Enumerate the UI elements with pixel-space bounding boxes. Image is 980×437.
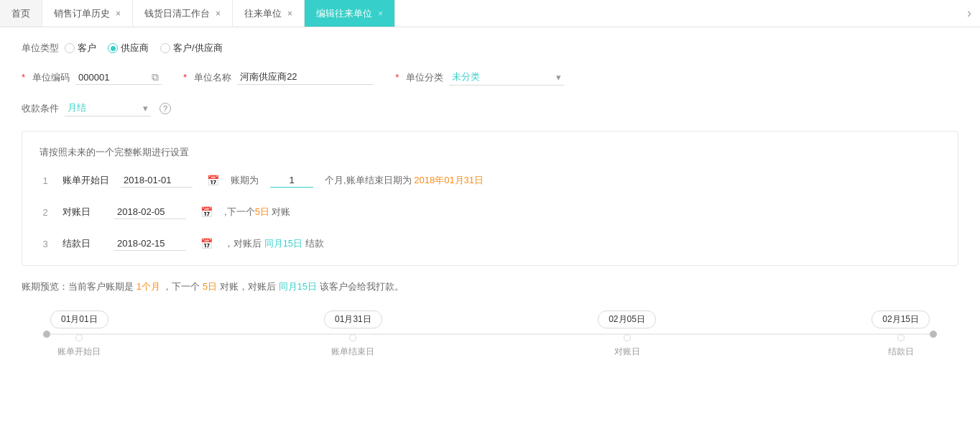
timeline-points: 01月01日 账单开始日 01月31日 账单结束日 bbox=[50, 310, 930, 358]
timeline-point-3: 02月05日 对账日 bbox=[598, 310, 656, 358]
tl-badge-2: 01月31日 bbox=[324, 310, 382, 328]
period-label-1: 账单开始日 bbox=[63, 174, 109, 187]
period-desc-3: ，对账后 同月15日 结款 bbox=[224, 237, 324, 250]
tab-home[interactable]: 首页 bbox=[0, 0, 42, 27]
tab-cash-work[interactable]: 钱货日清工作台 × bbox=[133, 0, 233, 27]
tl-badge-3: 02月05日 bbox=[598, 310, 656, 328]
dropdown-arrow-icon: ▾ bbox=[556, 72, 561, 83]
unit-name-input[interactable] bbox=[237, 70, 374, 85]
preview-part1: 1个月 bbox=[137, 281, 160, 292]
unit-type-radio-group: 客户 供应商 客户/供应商 bbox=[65, 42, 223, 55]
tl-label-2: 账单结束日 bbox=[331, 346, 374, 358]
preview-suffix2: 该客户会给我打款。 bbox=[320, 281, 404, 292]
period-row-3: 3 结款日 📅 ，对账后 同月15日 结款 bbox=[40, 236, 940, 251]
radio-label-both: 客户/供应商 bbox=[173, 42, 223, 55]
period-settings-box: 请按照未来的一个完整帐期进行设置 1 账单开始日 📅 账期为 个月,账单结束日期… bbox=[22, 131, 958, 266]
tab-more-button[interactable]: › bbox=[958, 0, 980, 27]
period-num-1: 1 bbox=[40, 175, 51, 186]
unit-code-input-wrapper: ⧉ bbox=[75, 70, 162, 85]
radio-circle-supplier bbox=[108, 43, 118, 53]
period-num-2: 2 bbox=[40, 207, 51, 218]
unit-code-field: * 单位编码 ⧉ bbox=[22, 70, 162, 85]
period-box-title: 请按照未来的一个完整帐期进行设置 bbox=[40, 146, 940, 159]
payment-date-calendar-icon[interactable]: 📅 bbox=[200, 238, 213, 249]
preview-part2: 5日 bbox=[203, 281, 217, 292]
tl-dot-4 bbox=[897, 334, 905, 341]
preview-sep1: ，下一个 bbox=[162, 281, 200, 292]
preview-section: 账期预览：当前客户账期是 1个月 ，下一个 5日 对账，对账后 同月15日 该客… bbox=[22, 280, 958, 293]
period-row-2: 2 对账日 📅 ,下一个5日 对账 bbox=[40, 205, 940, 219]
radio-both[interactable]: 客户/供应商 bbox=[160, 42, 223, 55]
unit-category-value: 未分类 bbox=[452, 70, 552, 83]
radio-label-customer: 客户 bbox=[78, 42, 96, 55]
close-tab-partner[interactable]: × bbox=[287, 9, 292, 19]
unit-category-label: 单位分类 bbox=[406, 71, 443, 84]
unit-category-required: * bbox=[395, 72, 399, 83]
period-num-3: 3 bbox=[40, 239, 51, 249]
preview-sep2: 对账，对账后 bbox=[220, 281, 276, 292]
timeline-left-dot bbox=[43, 331, 50, 338]
tl-dot-2 bbox=[349, 334, 356, 341]
reconcile-date-calendar-icon[interactable]: 📅 bbox=[200, 206, 213, 218]
payment-select[interactable]: 月结 ▾ bbox=[65, 100, 151, 116]
main-content: 单位类型 客户 供应商 客户/供应商 * 单位编码 bbox=[0, 27, 980, 437]
preview-part3: 同月15日 bbox=[279, 281, 317, 292]
unit-category-select[interactable]: 未分类 ▾ bbox=[449, 69, 564, 86]
tl-label-4: 结款日 bbox=[888, 346, 914, 358]
timeline-point-4: 02月15日 结款日 bbox=[872, 310, 930, 358]
payment-value: 月结 bbox=[68, 101, 139, 114]
start-date-calendar-icon[interactable]: 📅 bbox=[207, 175, 219, 186]
radio-circle-customer bbox=[65, 43, 75, 53]
period-desc-1: 账期为 bbox=[231, 174, 259, 187]
period-months-input[interactable] bbox=[270, 173, 313, 188]
unit-name-required: * bbox=[183, 72, 187, 83]
close-tab-sales-history[interactable]: × bbox=[116, 9, 121, 19]
payment-row: 收款条件 月结 ▾ ? bbox=[22, 100, 958, 116]
unit-name-field: * 单位名称 bbox=[183, 70, 374, 85]
timeline-right-dot bbox=[930, 331, 937, 338]
payment-field: 收款条件 月结 ▾ ? bbox=[22, 100, 171, 116]
unit-name-label: 单位名称 bbox=[194, 71, 231, 84]
unit-type-label: 单位类型 bbox=[22, 42, 59, 55]
radio-supplier[interactable]: 供应商 bbox=[108, 42, 149, 55]
chevron-right-icon: › bbox=[967, 6, 971, 21]
tab-partner[interactable]: 往来单位 × bbox=[233, 0, 305, 27]
payment-highlight: 同月15日 bbox=[264, 238, 302, 249]
reconcile-date-input[interactable] bbox=[114, 205, 186, 219]
period-end-date: 2018年01月31日 bbox=[414, 175, 484, 185]
timeline-wrapper: 01月01日 账单开始日 01月31日 账单结束日 bbox=[43, 310, 937, 358]
period-label-2: 对账日 bbox=[63, 206, 103, 218]
tab-edit-partner[interactable]: 编辑往来单位 × bbox=[305, 0, 395, 27]
start-date-input[interactable] bbox=[121, 173, 193, 188]
payment-date-input[interactable] bbox=[114, 236, 186, 251]
timeline-point-2: 01月31日 账单结束日 bbox=[324, 310, 382, 358]
payment-help-icon[interactable]: ? bbox=[160, 103, 171, 114]
payment-label: 收款条件 bbox=[22, 102, 59, 115]
payment-dropdown-icon: ▾ bbox=[143, 103, 148, 114]
tl-label-3: 对账日 bbox=[614, 346, 640, 358]
tl-dot-1 bbox=[75, 334, 83, 341]
tl-badge-1: 01月01日 bbox=[50, 310, 108, 328]
close-tab-edit-partner[interactable]: × bbox=[378, 9, 383, 19]
unit-type-field: 单位类型 客户 供应商 客户/供应商 bbox=[22, 42, 223, 55]
copy-icon[interactable]: ⧉ bbox=[152, 71, 159, 83]
code-name-category-row: * 单位编码 ⧉ * 单位名称 * 单位分类 未分类 ▾ bbox=[22, 69, 958, 86]
timeline-point-1: 01月01日 账单开始日 bbox=[50, 310, 108, 358]
period-row-1: 1 账单开始日 📅 账期为 个月,账单结束日期为 2018年01月31日 bbox=[40, 173, 940, 188]
tab-sales-history[interactable]: 销售订单历史 × bbox=[42, 0, 133, 27]
period-desc-1b: 个月,账单结束日期为 2018年01月31日 bbox=[325, 174, 484, 187]
unit-type-row: 单位类型 客户 供应商 客户/供应商 bbox=[22, 42, 958, 55]
reconcile-highlight: 5日 bbox=[255, 206, 269, 217]
period-label-3: 结款日 bbox=[63, 237, 103, 250]
preview-prefix: 账期预览：当前客户账期是 bbox=[22, 281, 134, 292]
radio-customer[interactable]: 客户 bbox=[65, 42, 96, 55]
close-tab-cash-work[interactable]: × bbox=[216, 9, 221, 19]
unit-code-input[interactable] bbox=[75, 70, 162, 85]
tl-label-1: 账单开始日 bbox=[57, 346, 101, 358]
unit-code-label: 单位编码 bbox=[32, 71, 70, 84]
unit-category-field: * 单位分类 未分类 ▾ bbox=[395, 69, 564, 86]
timeline-section: 01月01日 账单开始日 01月31日 账单结束日 bbox=[22, 310, 958, 358]
tl-badge-4: 02月15日 bbox=[872, 310, 930, 328]
timeline-inner: 01月01日 账单开始日 01月31日 账单结束日 bbox=[50, 310, 930, 358]
unit-code-required: * bbox=[22, 72, 25, 83]
